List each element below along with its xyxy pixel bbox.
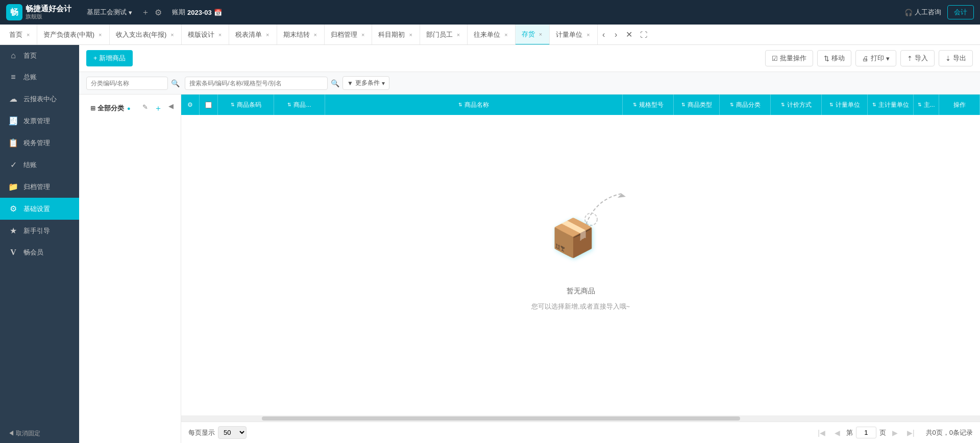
tab-period[interactable]: 期末结转 × xyxy=(277,25,325,45)
consulting-btn[interactable]: 🎧 人工咨询 xyxy=(904,8,941,17)
th-category[interactable]: ⇅ 商品分类 xyxy=(720,95,771,115)
select-all-checkbox[interactable] xyxy=(205,102,212,108)
sidebar-unpin-btn[interactable]: ◀ 取消固定 xyxy=(0,424,79,443)
page-prev-btn[interactable]: ◀ xyxy=(831,427,843,438)
sort-extra-icon: ⇅ xyxy=(918,102,922,107)
th-unit[interactable]: ⇅ 计量单位 xyxy=(822,95,868,115)
tab-next-btn[interactable]: › xyxy=(610,25,622,45)
th-extra[interactable]: ⇅ 主... xyxy=(914,95,939,115)
tab-income-close[interactable]: × xyxy=(169,31,175,39)
tab-template-close[interactable]: × xyxy=(217,31,223,39)
category-icons: ✎ ＋ ◀ xyxy=(140,102,174,114)
page-size-select[interactable]: 50 10 20 100 xyxy=(218,426,247,439)
batch-btn[interactable]: ☑ 批量操作 xyxy=(765,50,813,66)
tab-expand-btn[interactable]: ⛶ xyxy=(636,25,651,45)
sidebar-item-invoice[interactable]: 🧾 发票管理 xyxy=(0,110,79,132)
add-category-btn[interactable]: ＋ xyxy=(152,102,164,114)
th-name[interactable]: ⇅ 商品名称 xyxy=(325,95,623,115)
tab-prev-btn[interactable]: ‹ xyxy=(598,25,610,45)
tab-subject-close[interactable]: × xyxy=(408,31,413,39)
tab-subject[interactable]: 科目期初 × xyxy=(372,25,420,45)
main-layout: ⌂ 首页 ≡ 总账 ☁ 云报表中心 🧾 发票管理 📋 税务管理 ✓ 结账 📁 归… xyxy=(0,45,980,443)
account-button[interactable]: 会计 xyxy=(947,5,974,19)
th-main-unit[interactable]: ⇅ 主计量单位 xyxy=(868,95,914,115)
batch-label: 批量操作 xyxy=(780,54,806,63)
th-spec[interactable]: ⇅ 规格型号 xyxy=(623,95,674,115)
th-checkbox[interactable] xyxy=(200,95,218,115)
tab-home[interactable]: 首页 × xyxy=(3,25,37,45)
move-btn[interactable]: ⇅ 移动 xyxy=(817,50,851,66)
tab-inventory-close[interactable]: × xyxy=(538,30,543,38)
horizontal-scrollbar[interactable] xyxy=(181,415,980,422)
home-icon: ⌂ xyxy=(8,51,18,60)
add-icon[interactable]: ＋ xyxy=(141,7,150,18)
tab-unit-close[interactable]: × xyxy=(585,31,591,39)
tab-archive[interactable]: 归档管理 × xyxy=(325,25,372,45)
th-action: 操作 xyxy=(939,95,980,115)
print-btn[interactable]: 🖨 打印 ▾ xyxy=(855,50,896,66)
th-price-method[interactable]: ⇅ 计价方式 xyxy=(771,95,822,115)
th-type[interactable]: ⇅ 商品类型 xyxy=(674,95,720,115)
tab-template[interactable]: 模版设计 × xyxy=(182,25,229,45)
page-number-input[interactable] xyxy=(856,427,876,438)
sidebar-ledger-label: 总账 xyxy=(23,73,37,82)
sidebar-item-cloud[interactable]: ☁ 云报表中心 xyxy=(0,88,79,110)
left-panel: ⊞ 全部分类 ● ✎ ＋ ◀ xyxy=(79,95,181,443)
tab-archive-label: 归档管理 xyxy=(331,30,357,39)
calendar-icon[interactable]: 📅 xyxy=(214,9,222,16)
sidebar-item-basic[interactable]: ⚙ 基础设置 xyxy=(0,198,79,220)
page-first-btn[interactable]: |◀ xyxy=(815,427,828,438)
sidebar-item-tax[interactable]: 📋 税务管理 xyxy=(0,132,79,154)
tab-close-all-btn[interactable]: ✕ xyxy=(622,25,636,45)
tab-balance[interactable]: 资产负债表(中期) × xyxy=(37,25,109,45)
settings-icon[interactable]: ⚙ xyxy=(155,8,162,17)
th-code[interactable]: ⇅ 商品... xyxy=(274,95,325,115)
tab-archive-close[interactable]: × xyxy=(360,31,365,39)
sidebar-item-ledger[interactable]: ≡ 总账 xyxy=(0,66,79,88)
tab-tax-close[interactable]: × xyxy=(265,31,270,39)
sidebar-item-settle[interactable]: ✓ 结账 xyxy=(0,154,79,176)
tab-inventory[interactable]: 存货 × xyxy=(516,25,550,45)
tab-unit[interactable]: 计量单位 × xyxy=(550,25,597,45)
all-category-item[interactable]: ⊞ 全部分类 ● xyxy=(86,101,135,116)
tab-balance-close[interactable]: × xyxy=(97,31,103,39)
page-last-btn[interactable]: ▶| xyxy=(904,427,918,438)
new-product-button[interactable]: + 新增商品 xyxy=(86,50,133,66)
collapse-panel-btn[interactable]: ◀ xyxy=(168,102,174,114)
category-search-icon[interactable]: 🔍 xyxy=(171,79,180,87)
top-bar: 畅 畅捷通好会计 旗舰版 基层工会测试 ▾ ＋ ⚙ 账期 2023-03 📅 🎧… xyxy=(0,0,980,25)
sidebar-basic-label: 基础设置 xyxy=(23,204,50,214)
tab-home-close[interactable]: × xyxy=(26,31,31,39)
tab-dept[interactable]: 部门员工 × xyxy=(420,25,468,45)
tab-partner-close[interactable]: × xyxy=(503,31,508,39)
tab-tax[interactable]: 税表清单 × xyxy=(229,25,277,45)
filter-icon: ▼ xyxy=(347,80,353,87)
category-search-input[interactable] xyxy=(86,77,168,90)
page-unit: 页 xyxy=(879,428,886,437)
sidebar-item-archive[interactable]: 📁 归档管理 xyxy=(0,176,79,198)
tab-tax-label: 税表清单 xyxy=(235,30,262,39)
export-btn[interactable]: ⇣ 导出 xyxy=(939,50,973,66)
th-config[interactable]: ⚙ xyxy=(181,95,200,115)
right-panel: ⚙ ⇅ 商品条码 ⇅ 商品... ⇅ 商品名称 xyxy=(181,95,980,443)
sidebar-item-member[interactable]: V 畅会员 xyxy=(0,242,79,263)
company-selector[interactable]: 基层工会测试 ▾ xyxy=(83,6,136,19)
edit-category-icon[interactable]: ✎ xyxy=(140,102,150,114)
product-search-icon[interactable]: 🔍 xyxy=(331,79,339,87)
headset-icon: 🎧 xyxy=(904,9,913,16)
filter-btn[interactable]: ▼ 更多条件 ▾ xyxy=(342,76,389,90)
tab-period-close[interactable]: × xyxy=(313,31,318,39)
sidebar-item-home[interactable]: ⌂ 首页 xyxy=(0,45,79,66)
tab-income[interactable]: 收入支出表(年报) × xyxy=(110,25,182,45)
tab-partner[interactable]: 往来单位 × xyxy=(468,25,515,45)
member-icon: V xyxy=(8,248,18,257)
th-barcode[interactable]: ⇅ 商品条码 xyxy=(218,95,274,115)
tab-dept-close[interactable]: × xyxy=(456,31,461,39)
left-search: 🔍 xyxy=(86,77,180,90)
sidebar-item-guide[interactable]: ★ 新手引导 xyxy=(0,220,79,242)
product-search-input[interactable] xyxy=(185,77,328,90)
scroll-thumb[interactable] xyxy=(262,416,740,421)
page-next-btn[interactable]: ▶ xyxy=(889,427,901,438)
import-btn[interactable]: ⇡ 导入 xyxy=(900,50,935,66)
page-size-label: 每页显示 xyxy=(188,428,215,437)
